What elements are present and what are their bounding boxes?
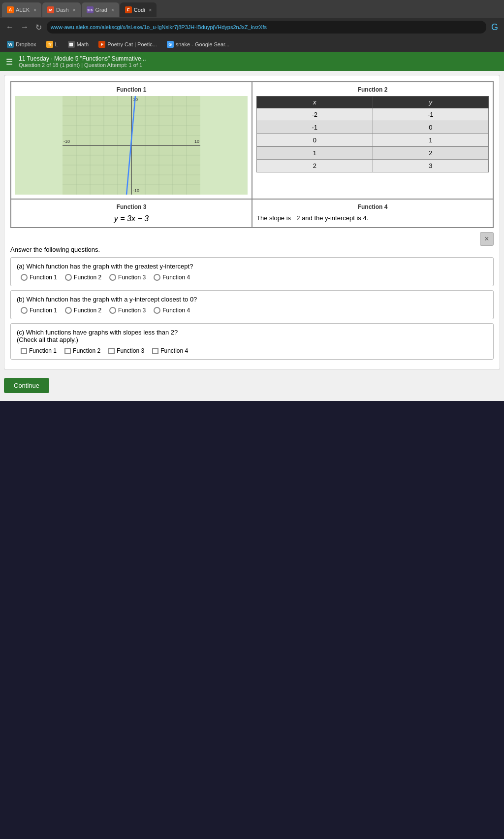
function2-title: Function 2 bbox=[256, 86, 489, 93]
checkbox-c2[interactable] bbox=[64, 348, 71, 354]
browser-chrome: A ALEK × M Dash × sis Grad × F Codi × ← … bbox=[0, 0, 504, 52]
checkbox-c4[interactable] bbox=[152, 348, 158, 354]
radio-b3-label: Function 3 bbox=[118, 307, 146, 314]
bookmark-dropbox[interactable]: W Dropbox bbox=[4, 40, 39, 49]
question-b-option-3[interactable]: Function 3 bbox=[109, 307, 146, 314]
aleks-header: ☰ 11 Tuesday · Module 5 "Functions" Summ… bbox=[0, 52, 504, 71]
radio-a1-label: Function 1 bbox=[30, 274, 57, 281]
continue-button[interactable]: Continue bbox=[4, 378, 49, 393]
question-a-option-4[interactable]: Function 4 bbox=[154, 274, 190, 281]
bookmark-math[interactable]: ▦ Math bbox=[65, 40, 92, 49]
checkbox-c1[interactable] bbox=[21, 348, 27, 354]
table-cell: 2 bbox=[373, 147, 489, 160]
alek-tab-icon: A bbox=[7, 6, 14, 13]
radio-b1[interactable] bbox=[21, 307, 28, 314]
tab-sis-close[interactable]: × bbox=[111, 7, 114, 13]
instructions: Answer the following questions. bbox=[10, 246, 494, 253]
function1-cell: Function 1 bbox=[11, 82, 252, 199]
bookmark-fmath[interactable]: F Poetry Cat | Poetic... bbox=[95, 40, 160, 49]
radio-a2[interactable] bbox=[65, 274, 72, 281]
question-b-option-1[interactable]: Function 1 bbox=[21, 307, 57, 314]
function3-equation: y = 3x − 3 bbox=[15, 214, 248, 223]
checkbox-c3-label: Function 3 bbox=[117, 347, 144, 354]
table-row: -2-1 bbox=[257, 108, 489, 121]
bookmark-snake[interactable]: G snake - Google Sear... bbox=[164, 40, 232, 49]
back-button[interactable]: ← bbox=[4, 22, 16, 33]
question-c-option-4[interactable]: Function 4 bbox=[152, 347, 188, 354]
table-cell: -1 bbox=[257, 121, 373, 134]
bookmark-l[interactable]: ☆ L bbox=[43, 40, 61, 49]
question-c-option-3[interactable]: Function 3 bbox=[108, 347, 144, 354]
function3-cell: Function 3 y = 3x − 3 bbox=[11, 199, 252, 228]
radio-b4[interactable] bbox=[154, 307, 160, 314]
radio-b3[interactable] bbox=[109, 307, 116, 314]
tab-alek-close[interactable]: × bbox=[33, 7, 36, 13]
function1-svg: 10 -10 10 -10 bbox=[15, 96, 248, 195]
func2-header-y: y bbox=[373, 97, 489, 108]
radio-a3[interactable] bbox=[109, 274, 116, 281]
tab-alek-label: ALEK bbox=[16, 7, 30, 13]
tab-bar: A ALEK × M Dash × sis Grad × F Codi × bbox=[0, 0, 504, 18]
sis-tab-icon: sis bbox=[87, 6, 94, 13]
radio-b2[interactable] bbox=[65, 307, 72, 314]
tab-grade-label: Codi bbox=[134, 7, 145, 13]
svg-text:-10: -10 bbox=[133, 188, 139, 193]
course-title: 11 Tuesday · Module 5 "Functions" Summat… bbox=[19, 55, 146, 62]
question-a-options: Function 1 Function 2 Function 3 Functio… bbox=[17, 274, 487, 281]
question-a-block: (a) Which function has the graph with th… bbox=[10, 257, 494, 286]
tab-sis-label: Grad bbox=[95, 7, 107, 13]
tab-grade-close[interactable]: × bbox=[149, 7, 152, 13]
function4-cell: Function 4 The slope is −2 and the y-int… bbox=[252, 199, 493, 228]
function2-cell: Function 2 x y -2-1-10011223 bbox=[252, 82, 493, 199]
function2-table: x y -2-1-10011223 bbox=[256, 96, 489, 172]
question-b-option-4[interactable]: Function 4 bbox=[154, 307, 190, 314]
url-bar[interactable]: www-awu.aleks.com/alekscgi/x/lsl.exe/1o_… bbox=[47, 21, 486, 34]
function4-description: The slope is −2 and the y-intercept is 4… bbox=[256, 213, 489, 223]
question-c-options: Function 1 Function 2 Function 3 Functio… bbox=[17, 347, 487, 354]
question-c-option-1[interactable]: Function 1 bbox=[21, 347, 57, 354]
radio-a3-label: Function 3 bbox=[118, 274, 146, 281]
radio-a4[interactable] bbox=[154, 274, 160, 281]
refresh-button[interactable]: ↻ bbox=[33, 22, 44, 33]
tab-sis[interactable]: sis Grad × bbox=[82, 2, 119, 17]
tab-grade[interactable]: F Codi × bbox=[120, 2, 157, 17]
tab-alek[interactable]: A ALEK × bbox=[2, 2, 41, 17]
url-text: www-awu.aleks.com/alekscgi/x/lsl.exe/1o_… bbox=[51, 24, 267, 30]
function4-title: Function 4 bbox=[256, 203, 489, 210]
question-b-options: Function 1 Function 2 Function 3 Functio… bbox=[17, 307, 487, 314]
question-c-option-2[interactable]: Function 2 bbox=[64, 347, 100, 354]
question-c-text: (c) Which functions have graphs with slo… bbox=[17, 329, 487, 343]
checkbox-c2-label: Function 2 bbox=[73, 347, 100, 354]
table-row: 12 bbox=[257, 147, 489, 160]
tab-dash-close[interactable]: × bbox=[73, 7, 76, 13]
question-a-option-1[interactable]: Function 1 bbox=[21, 274, 57, 281]
radio-a4-label: Function 4 bbox=[162, 274, 190, 281]
function1-title: Function 1 bbox=[15, 86, 248, 93]
google-icon[interactable]: G bbox=[489, 21, 500, 34]
tab-dash[interactable]: M Dash × bbox=[42, 2, 81, 17]
question-a-option-3[interactable]: Function 3 bbox=[109, 274, 146, 281]
question-a-text: (a) Which function has the graph with th… bbox=[17, 263, 487, 270]
question-b-option-2[interactable]: Function 2 bbox=[65, 307, 101, 314]
function1-graph: 10 -10 10 -10 bbox=[15, 96, 248, 195]
nav-bar: ← → ↻ www-awu.aleks.com/alekscgi/x/lsl.e… bbox=[0, 18, 504, 36]
bookmark-math-label: Math bbox=[77, 41, 89, 47]
table-cell: 0 bbox=[373, 121, 489, 134]
table-cell: 3 bbox=[373, 160, 489, 172]
bottom-area bbox=[0, 401, 504, 598]
question-a-option-2[interactable]: Function 2 bbox=[65, 274, 101, 281]
fcode-tab-icon: F bbox=[125, 6, 132, 13]
radio-b1-label: Function 1 bbox=[30, 307, 57, 314]
table-row: -10 bbox=[257, 121, 489, 134]
radio-a1[interactable] bbox=[21, 274, 28, 281]
snake-icon: G bbox=[167, 41, 174, 48]
forward-button[interactable]: → bbox=[19, 22, 31, 33]
x-button[interactable]: × bbox=[480, 232, 494, 246]
table-cell: 2 bbox=[257, 160, 373, 172]
table-cell: 1 bbox=[257, 147, 373, 160]
table-cell: -1 bbox=[373, 108, 489, 121]
checkbox-c3[interactable] bbox=[108, 348, 115, 354]
question-b-text: (b) Which function has the graph with a … bbox=[17, 296, 487, 303]
menu-icon[interactable]: ☰ bbox=[6, 57, 13, 67]
radio-b4-label: Function 4 bbox=[162, 307, 190, 314]
